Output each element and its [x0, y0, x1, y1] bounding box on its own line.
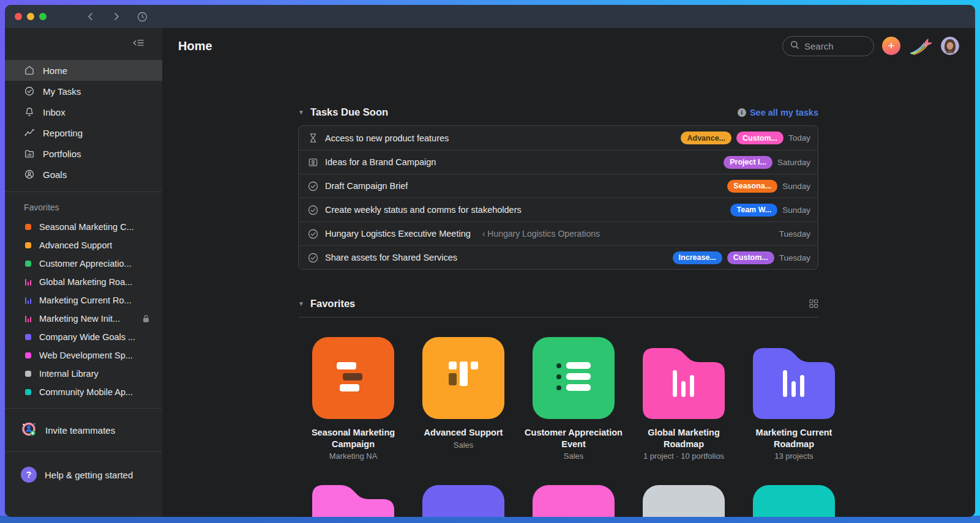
create-button[interactable]: + — [882, 37, 900, 55]
sidebar-favorite-item[interactable]: Marketing New Init... — [5, 310, 162, 328]
main-header: Home + — [162, 28, 975, 64]
sidebar-item-home[interactable]: Home — [5, 60, 162, 81]
favorite-tile[interactable]: Global Marketing Roadmap 1 project · 10 … — [629, 337, 739, 461]
task-row[interactable]: Draft Campaign Brief Seasona...Sunday — [299, 174, 818, 198]
sidebar-item-my-tasks[interactable]: My Tasks — [5, 81, 162, 102]
invite-teammates-icon — [21, 421, 37, 439]
favorite-tile-partial[interactable] — [533, 485, 615, 517]
sidebar-favorite-item[interactable]: Company Wide Goals ... — [5, 328, 162, 346]
search-input[interactable] — [804, 41, 866, 51]
task-tag[interactable]: Increase... — [673, 251, 722, 264]
sidebar-favorites: Seasonal Marketing C... Advanced Support… — [5, 218, 162, 401]
favorite-tile[interactable]: Marketing Current Roadmap 13 projects — [739, 337, 849, 461]
grid-view-icon[interactable] — [809, 299, 818, 308]
traffic-lights — [15, 13, 47, 20]
minimize-window-button[interactable] — [27, 13, 34, 20]
task-tag[interactable]: Advance... — [681, 132, 731, 144]
search-box[interactable] — [782, 36, 874, 56]
task-tag[interactable]: Project I... — [724, 156, 772, 169]
approval-icon — [307, 156, 319, 168]
close-window-button[interactable] — [15, 13, 22, 20]
sidebar: Home My Tasks Inbox Reporting Portfolios… — [5, 28, 162, 517]
sidebar-favorite-item[interactable]: Marketing Current Ro... — [5, 291, 162, 310]
task-due-date: Saturday — [777, 158, 810, 167]
sidebar-item-portfolios[interactable]: Portfolios — [5, 143, 162, 164]
favorite-item-label: Marketing Current Ro... — [39, 295, 132, 305]
zoom-window-button[interactable] — [39, 13, 47, 20]
task-due-date: Tuesday — [779, 229, 810, 239]
favorite-tile-partial[interactable] — [312, 474, 394, 517]
check-circle-icon — [307, 251, 319, 264]
project-color-swatch — [25, 352, 31, 358]
task-title: Hungary Logistics Executive Meeting — [325, 229, 471, 239]
sidebar-favorite-item[interactable]: Internal Library — [5, 365, 162, 383]
bar-chart-icon — [670, 369, 697, 401]
tile-subtitle: Marketing NA — [329, 451, 378, 461]
favorites-section-label: Favorites — [24, 202, 162, 212]
collapse-favorites-icon[interactable]: ▼ — [298, 300, 304, 307]
favorite-tile-partial[interactable] — [422, 485, 504, 517]
task-due-date: Tuesday — [779, 253, 810, 262]
favorite-tile-partial[interactable] — [753, 485, 835, 517]
favorites-tiles: Seasonal Marketing Campaign Marketing NA… — [298, 337, 818, 461]
sidebar-item-goals[interactable]: Goals — [5, 164, 162, 185]
check-circle-icon — [307, 180, 319, 192]
tile-name: Marketing Current Roadmap — [741, 427, 847, 450]
favorite-item-label: Global Marketing Roa... — [39, 277, 132, 287]
chart-line-icon — [24, 127, 35, 138]
sidebar-favorite-item[interactable]: Web Development Sp... — [5, 346, 162, 365]
task-tag[interactable]: Seasona... — [727, 180, 777, 193]
invite-teammates-button[interactable]: Invite teammates — [5, 415, 162, 445]
tile-subtitle: Sales — [454, 440, 474, 450]
sidebar-item-reporting[interactable]: Reporting — [5, 122, 162, 143]
person-circle-icon — [24, 169, 35, 180]
folder-chart-icon — [24, 148, 35, 159]
sidebar-favorite-item[interactable]: Advanced Support — [5, 236, 162, 254]
task-row[interactable]: Share assets for Shared Services Increas… — [299, 245, 818, 269]
help-button[interactable]: ? Help & getting started — [5, 459, 162, 491]
sidebar-favorite-item[interactable]: Customer Appreciatio... — [5, 254, 162, 273]
titlebar — [5, 5, 975, 28]
tile-subtitle: 1 project · 10 portfolios — [643, 451, 724, 461]
task-row[interactable]: Ideas for a Brand Campaign Project I...S… — [299, 150, 818, 174]
sidebar-item-inbox[interactable]: Inbox — [5, 102, 162, 122]
sidebar-favorite-item[interactable]: Seasonal Marketing C... — [5, 218, 162, 236]
task-tag[interactable]: Custom... — [727, 251, 774, 264]
tile-subtitle: 13 projects — [774, 451, 814, 461]
task-row[interactable]: Hungary Logistics Executive Meeting‹ Hun… — [299, 221, 818, 245]
favorite-tile[interactable]: Customer Appreciation Event Sales — [518, 337, 629, 461]
favorite-item-label: Customer Appreciatio... — [39, 259, 132, 269]
see-all-my-tasks-link[interactable]: i See all my tasks — [738, 108, 818, 117]
favorite-tile[interactable]: Seasonal Marketing Campaign Marketing NA — [298, 337, 408, 461]
favorite-tile-partial[interactable] — [643, 485, 725, 517]
favorite-tile[interactable]: Advanced Support Sales — [408, 337, 518, 461]
collapse-tasks-icon[interactable]: ▼ — [298, 109, 304, 116]
task-tag[interactable]: Custom... — [736, 132, 784, 144]
project-color-swatch — [25, 389, 31, 395]
sidebar-favorite-item[interactable]: Community Mobile Ap... — [5, 383, 162, 401]
history-clock-icon[interactable] — [136, 10, 148, 23]
task-tag[interactable]: Team W... — [730, 204, 777, 217]
sidebar-item-label: Inbox — [43, 107, 65, 117]
help-label: Help & getting started — [45, 470, 133, 480]
favorite-item-label: Seasonal Marketing C... — [39, 222, 134, 232]
home-icon — [24, 65, 35, 76]
back-icon[interactable] — [84, 10, 97, 23]
help-icon: ? — [21, 467, 37, 483]
sidebar-item-label: Portfolios — [43, 149, 81, 159]
forward-icon[interactable] — [110, 10, 122, 23]
task-row[interactable]: Create weekly status and comms for stake… — [299, 198, 818, 221]
lock-icon — [142, 314, 150, 323]
main-area: Home + — [162, 28, 975, 517]
sidebar-favorite-item[interactable]: Global Marketing Roa... — [5, 273, 162, 291]
sidebar-item-label: My Tasks — [43, 86, 81, 97]
user-avatar[interactable] — [941, 37, 959, 55]
check-circle-icon — [307, 204, 319, 216]
check-circle-icon — [24, 86, 35, 97]
task-due-date: Today — [788, 133, 810, 143]
task-row[interactable]: Access to new product features Advance..… — [299, 126, 818, 150]
favorite-item-label: Internal Library — [39, 369, 99, 379]
collapse-sidebar-icon[interactable] — [132, 37, 145, 51]
favorite-item-label: Marketing New Init... — [39, 314, 120, 324]
tile-name: Advanced Support — [411, 427, 516, 439]
